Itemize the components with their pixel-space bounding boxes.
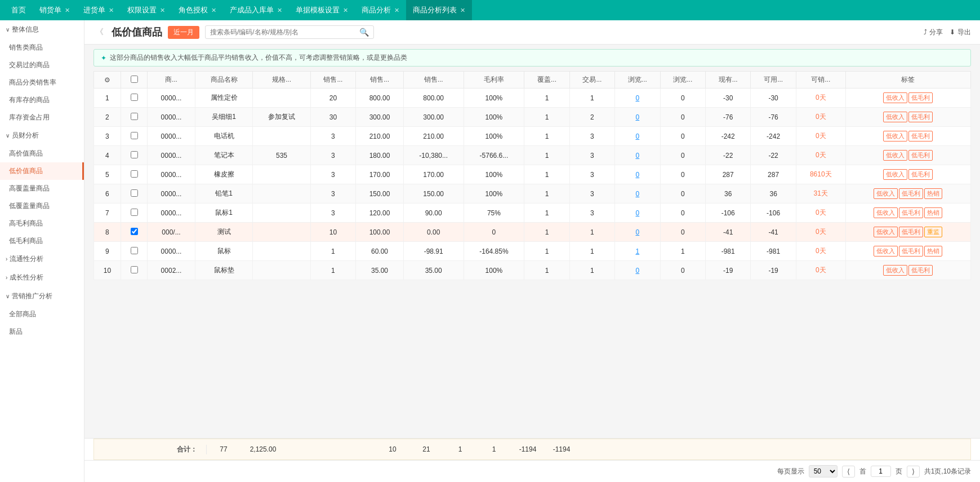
col-header-spec[interactable]: 规格... xyxy=(253,72,310,89)
sidebar-item-sales-products[interactable]: 销售类商品 xyxy=(0,39,84,56)
cell-view1[interactable]: 0 xyxy=(615,146,660,165)
cell-check[interactable] xyxy=(121,108,147,127)
nav-purchase-order[interactable]: 进货单 ✕ xyxy=(77,0,121,20)
col-header-stock2[interactable]: 可用... xyxy=(751,72,796,89)
sidebar-section-liquidity[interactable]: › 流通性分析 xyxy=(0,250,84,268)
view1-link[interactable]: 0 xyxy=(636,132,640,140)
nav-product-analysis[interactable]: 商品分析 ✕ xyxy=(355,0,406,20)
view1-link[interactable]: 0 xyxy=(636,209,640,217)
search-input[interactable] xyxy=(210,28,359,36)
sidebar-item-low-coverage[interactable]: 低覆盖量商品 xyxy=(0,197,84,215)
cell-check[interactable] xyxy=(121,242,147,261)
sidebar-section-finance[interactable]: ∨ 员财分析 xyxy=(0,126,84,145)
filter-recent-month-button[interactable]: 近一月 xyxy=(168,26,199,39)
export-button[interactable]: ⬇ 导出 xyxy=(950,28,971,37)
close-icon[interactable]: ✕ xyxy=(277,7,282,14)
cell-check[interactable] xyxy=(121,89,147,108)
col-header-name[interactable]: 商品名称 xyxy=(195,72,252,89)
select-all-checkbox[interactable] xyxy=(131,76,138,83)
sidebar-item-high-coverage[interactable]: 高覆盖量商品 xyxy=(0,180,84,197)
nav-role-auth[interactable]: 角色授权 ✕ xyxy=(172,0,223,20)
cell-check[interactable] xyxy=(121,261,147,280)
cell-view1[interactable]: 0 xyxy=(615,108,660,127)
nav-product-analysis-list[interactable]: 商品分析列表 ✕ xyxy=(406,0,472,20)
sidebar-section-marketing[interactable]: ∨ 营销推广分析 xyxy=(0,287,84,306)
next-page-button[interactable]: ⟩ xyxy=(907,466,920,477)
col-header-sales3[interactable]: 销售... xyxy=(403,72,464,89)
cell-check[interactable] xyxy=(121,127,147,146)
sidebar-item-stock-capital[interactable]: 库存资金占用 xyxy=(0,109,84,126)
col-header-sales2[interactable]: 销售... xyxy=(356,72,404,89)
sidebar-section-overview[interactable]: ∨ 整体信息 xyxy=(0,20,84,39)
close-icon[interactable]: ✕ xyxy=(211,7,216,14)
view1-link[interactable]: 0 xyxy=(636,228,640,236)
row-checkbox[interactable] xyxy=(131,113,138,120)
cell-view1[interactable]: 0 xyxy=(615,261,660,280)
close-icon[interactable]: ✕ xyxy=(460,7,465,14)
col-header-stock1[interactable]: 现有... xyxy=(706,72,751,89)
col-header-tags[interactable]: 标签 xyxy=(845,72,970,89)
col-header-view1[interactable]: 浏览... xyxy=(615,72,660,89)
row-checkbox[interactable] xyxy=(131,132,138,139)
cell-view1[interactable]: 1 xyxy=(615,242,660,261)
col-header-cover[interactable]: 覆盖... xyxy=(524,72,569,89)
col-header-check[interactable] xyxy=(121,72,147,89)
cell-check[interactable] xyxy=(121,204,147,223)
sidebar-item-all-products[interactable]: 全部商品 xyxy=(0,306,84,323)
sidebar-item-low-margin[interactable]: 低毛利商品 xyxy=(0,232,84,250)
row-checkbox[interactable] xyxy=(131,94,138,101)
sidebar-item-stock-products[interactable]: 有库存的商品 xyxy=(0,91,84,109)
cell-view1[interactable]: 0 xyxy=(615,184,660,204)
cell-view1[interactable]: 0 xyxy=(615,204,660,223)
close-icon[interactable]: ✕ xyxy=(109,7,114,14)
close-icon[interactable]: ✕ xyxy=(65,7,70,14)
view1-link[interactable]: 1 xyxy=(636,247,640,255)
col-header-view2[interactable]: 浏览... xyxy=(660,72,705,89)
collapse-sidebar-button[interactable]: 《 xyxy=(93,25,106,39)
view1-link[interactable]: 0 xyxy=(636,152,640,160)
view1-link[interactable]: 0 xyxy=(636,94,640,102)
row-checkbox[interactable] xyxy=(131,170,138,178)
view1-link[interactable]: 0 xyxy=(636,267,640,275)
first-page-button[interactable]: ⟨ xyxy=(842,466,855,477)
nav-template-settings[interactable]: 单据模板设置 ✕ xyxy=(289,0,355,20)
col-header-code[interactable]: 商... xyxy=(148,72,195,89)
cell-view1[interactable]: 0 xyxy=(615,223,660,242)
nav-home[interactable]: 首页 xyxy=(5,0,33,20)
view1-link[interactable]: 0 xyxy=(636,190,640,198)
col-header-gear[interactable]: ⚙ xyxy=(94,72,121,89)
col-header-margin[interactable]: 毛利率 xyxy=(464,72,524,89)
nav-product-stock[interactable]: 产成品入库单 ✕ xyxy=(223,0,289,20)
close-icon[interactable]: ✕ xyxy=(343,7,348,14)
row-checkbox[interactable] xyxy=(131,209,138,216)
sidebar-item-category-rate[interactable]: 商品分类销售率 xyxy=(0,74,84,91)
row-checkbox[interactable] xyxy=(131,151,138,158)
cell-view1[interactable]: 0 xyxy=(615,165,660,184)
sidebar-item-low-value[interactable]: 低价值商品 xyxy=(0,162,84,180)
page-number-input[interactable] xyxy=(871,466,891,477)
row-checkbox[interactable] xyxy=(131,266,138,273)
cell-view1[interactable]: 0 xyxy=(615,127,660,146)
view1-link[interactable]: 0 xyxy=(636,113,640,121)
sidebar-item-high-margin[interactable]: 高毛利商品 xyxy=(0,215,84,232)
cell-check[interactable] xyxy=(121,223,147,242)
page-size-select[interactable]: 50 100 xyxy=(809,465,838,477)
search-icon[interactable]: 🔍 xyxy=(359,28,369,37)
row-checkbox[interactable] xyxy=(131,247,138,254)
cell-check[interactable] xyxy=(121,146,147,165)
sidebar-section-growth[interactable]: › 成长性分析 xyxy=(0,268,84,287)
cell-check[interactable] xyxy=(121,184,147,204)
close-icon[interactable]: ✕ xyxy=(160,7,165,14)
sidebar-item-high-value[interactable]: 高价值商品 xyxy=(0,145,84,162)
col-header-stock3[interactable]: 可销... xyxy=(796,72,845,89)
row-checkbox[interactable] xyxy=(131,189,138,197)
cell-view1[interactable]: 0 xyxy=(615,89,660,108)
share-button[interactable]: ⤴ 分享 xyxy=(924,28,943,37)
view1-link[interactable]: 0 xyxy=(636,171,640,179)
cell-check[interactable] xyxy=(121,165,147,184)
col-header-trade[interactable]: 交易... xyxy=(569,72,614,89)
row-checkbox[interactable] xyxy=(131,228,138,235)
sidebar-item-traded-products[interactable]: 交易过的商品 xyxy=(0,56,84,74)
col-header-sales1[interactable]: 销售... xyxy=(310,72,355,89)
nav-sales-order[interactable]: 销货单 ✕ xyxy=(33,0,77,20)
